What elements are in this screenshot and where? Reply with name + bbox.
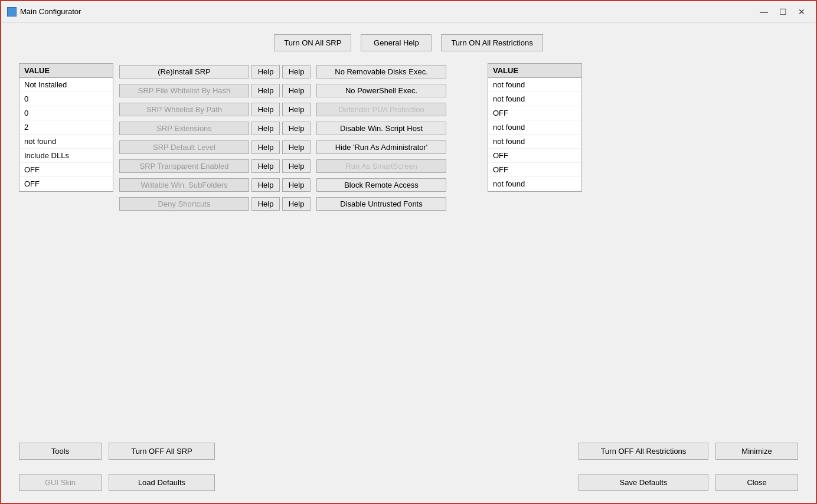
srp-help2-2[interactable]: Help [282, 103, 311, 116]
block-remote-access-button[interactable]: Block Remote Access [316, 178, 446, 192]
srp-help2-5[interactable]: Help [282, 159, 311, 173]
restriction-row-6: Block Remote Access [316, 176, 482, 193]
app-icon [7, 7, 17, 17]
disable-untrusted-fonts-button[interactable]: Disable Untrusted Fonts [316, 197, 446, 211]
tools-button[interactable]: Tools [19, 443, 102, 460]
srp-row-5: SRP Transparent Enabled Help Help [119, 158, 311, 174]
srp-row-3: SRP Extensions Help Help [119, 120, 311, 136]
left-value-row-0: Not Installed [19, 78, 113, 92]
srp-help2-1[interactable]: Help [282, 84, 311, 97]
srp-row-1: SRP File Whitelist By Hash Help Help [119, 82, 311, 99]
srp-help2-0[interactable]: Help [282, 65, 311, 78]
restrictions-section: No Removable Disks Exec. No PowerShell E… [316, 63, 482, 212]
left-value-row-5: Include DLLs [19, 149, 113, 163]
left-value-row-7: OFF [19, 177, 113, 191]
srp-help2-6[interactable]: Help [282, 178, 311, 192]
srp-row-0: (Re)Install SRP Help Help [119, 63, 311, 80]
right-value-row-3: not found [488, 120, 581, 135]
hide-run-as-admin-button[interactable]: Hide 'Run As Administrator' [316, 140, 446, 154]
right-value-row-0: not found [488, 78, 581, 92]
no-removable-disks-button[interactable]: No Removable Disks Exec. [316, 65, 446, 78]
general-help-button[interactable]: General Help [361, 34, 432, 51]
right-value-panel: VALUE not found not found OFF not found … [488, 63, 582, 192]
left-value-header: VALUE [19, 64, 113, 78]
srp-row-4: SRP Default Level Help Help [119, 139, 311, 155]
left-value-panel: VALUE Not Installed 0 0 2 not found Incl… [19, 63, 113, 192]
right-value-row-1: not found [488, 92, 581, 106]
srp-help2-4[interactable]: Help [282, 140, 311, 154]
srp-row-2: SRP Whitelist By Path Help Help [119, 101, 311, 117]
turn-on-srp-button[interactable]: Turn ON All SRP [274, 34, 351, 51]
minimize-button[interactable]: — [756, 5, 772, 19]
right-value-row-6: OFF [488, 163, 581, 177]
srp-file-whitelist-hash-button[interactable]: SRP File Whitelist By Hash [119, 84, 249, 97]
srp-default-level-button[interactable]: SRP Default Level [119, 140, 249, 154]
main-window: Main Configurator — ☐ ✕ Turn ON All SRP … [0, 0, 817, 504]
turn-off-restrictions-button[interactable]: Turn OFF All Restrictions [579, 443, 708, 460]
srp-row-6: Writable Win. SubFolders Help Help [119, 176, 311, 193]
srp-transparent-button[interactable]: SRP Transparent Enabled [119, 159, 249, 173]
restriction-row-0: No Removable Disks Exec. [316, 63, 482, 80]
run-as-smartscreen-button[interactable]: Run As SmartScreen [316, 159, 446, 173]
load-defaults-button[interactable]: Load Defaults [109, 474, 215, 491]
srp-help1-0[interactable]: Help [251, 65, 280, 78]
left-value-row-3: 2 [19, 120, 113, 135]
srp-help1-3[interactable]: Help [251, 122, 280, 135]
gui-skin-button[interactable]: GUI Skin [19, 474, 102, 491]
close-button[interactable]: Close [715, 474, 798, 491]
srp-help1-6[interactable]: Help [251, 178, 280, 192]
turn-on-restrictions-button[interactable]: Turn ON All Restrictions [441, 34, 543, 51]
srp-help1-5[interactable]: Help [251, 159, 280, 173]
srp-whitelist-path-button[interactable]: SRP Whitelist By Path [119, 103, 249, 116]
main-content: Turn ON All SRP General Help Turn ON All… [1, 22, 816, 503]
deny-shortcuts-button[interactable]: Deny Shortcuts [119, 197, 249, 211]
srp-help1-7[interactable]: Help [251, 197, 280, 211]
restriction-row-2: Defender PUA Protection [316, 101, 482, 117]
right-value-row-5: OFF [488, 149, 581, 163]
no-powershell-button[interactable]: No PowerShell Exec. [316, 84, 446, 97]
writable-subfolders-button[interactable]: Writable Win. SubFolders [119, 178, 249, 192]
close-window-button[interactable]: ✕ [793, 5, 810, 19]
srp-section: (Re)Install SRP Help Help SRP File White… [119, 63, 311, 212]
restriction-row-3: Disable Win. Script Host [316, 120, 482, 136]
save-defaults-button[interactable]: Save Defaults [579, 474, 708, 491]
restriction-row-1: No PowerShell Exec. [316, 82, 482, 99]
left-value-row-1: 0 [19, 92, 113, 106]
srp-help1-4[interactable]: Help [251, 140, 280, 154]
restriction-row-4: Hide 'Run As Administrator' [316, 139, 482, 155]
srp-help1-1[interactable]: Help [251, 84, 280, 97]
srp-help2-3[interactable]: Help [282, 122, 311, 135]
right-value-header: VALUE [488, 64, 581, 78]
title-bar: Main Configurator — ☐ ✕ [1, 1, 816, 22]
right-value-row-4: not found [488, 135, 581, 149]
srp-row-7: Deny Shortcuts Help Help [119, 195, 311, 212]
left-value-row-6: OFF [19, 163, 113, 177]
title-bar-left: Main Configurator [7, 7, 81, 17]
right-value-row-7: not found [488, 177, 581, 191]
right-value-row-2: OFF [488, 106, 581, 120]
restriction-row-5: Run As SmartScreen [316, 158, 482, 174]
restore-button[interactable]: ☐ [774, 5, 791, 19]
left-value-row-4: not found [19, 135, 113, 149]
srp-extensions-button[interactable]: SRP Extensions [119, 122, 249, 135]
reinstall-srp-button[interactable]: (Re)Install SRP [119, 65, 249, 78]
disable-script-host-button[interactable]: Disable Win. Script Host [316, 122, 446, 135]
restriction-row-7: Disable Untrusted Fonts [316, 195, 482, 212]
main-area: VALUE Not Installed 0 0 2 not found Incl… [19, 63, 798, 427]
top-buttons-row: Turn ON All SRP General Help Turn ON All… [19, 34, 798, 51]
turn-off-srp-button[interactable]: Turn OFF All SRP [109, 443, 215, 460]
defender-pua-button[interactable]: Defender PUA Protection [316, 103, 446, 116]
srp-help1-2[interactable]: Help [251, 103, 280, 116]
srp-help2-7[interactable]: Help [282, 197, 311, 211]
minimize-app-button[interactable]: Minimize [715, 443, 798, 460]
title-bar-controls: — ☐ ✕ [756, 5, 810, 19]
left-value-row-2: 0 [19, 106, 113, 120]
window-title: Main Configurator [20, 7, 81, 16]
